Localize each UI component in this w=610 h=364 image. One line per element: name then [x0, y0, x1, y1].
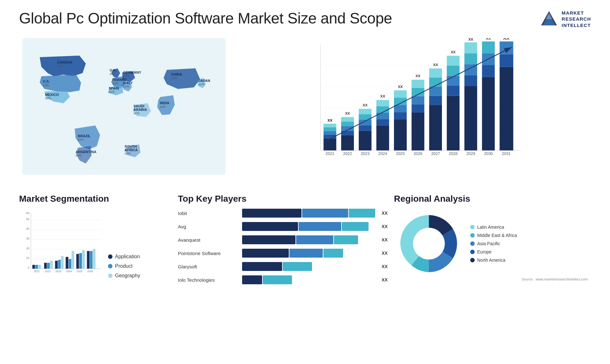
svg-text:xx%: xx%: [125, 152, 131, 155]
growth-chart-svg: 2021 XX 2022 XX 2023: [245, 38, 585, 175]
player-row: Avg XX: [178, 222, 388, 231]
svg-text:xx%: xx%: [76, 154, 82, 157]
player-row: Glarysoft XX: [178, 262, 388, 271]
player-name: Iolo Technologies: [178, 277, 238, 283]
seg-legend: Application Product Geography: [108, 254, 140, 279]
svg-rect-79: [411, 96, 424, 104]
bar-seg-2: [283, 262, 312, 271]
svg-text:ARGENTINA: ARGENTINA: [76, 150, 96, 154]
regional-legend: Latin America Middle East & Africa Asia …: [470, 225, 517, 263]
svg-text:xx%: xx%: [133, 111, 139, 115]
asia-pacific-dot: [470, 241, 475, 246]
donut-svg: [394, 209, 464, 279]
map-section: CANADA xx% U.S. xx% MEXICO xx% BRAZIL xx…: [19, 35, 235, 187]
svg-text:2028: 2028: [449, 152, 458, 156]
svg-text:XX: XX: [328, 118, 333, 122]
svg-text:BRAZIL: BRAZIL: [78, 134, 91, 138]
donut-chart: [394, 209, 464, 279]
europe-dot: [470, 250, 475, 254]
svg-rect-146: [69, 259, 71, 269]
svg-text:2023: 2023: [361, 152, 369, 156]
source-text: Source : www.marketresearchintellect.com: [522, 277, 588, 281]
svg-rect-46: [323, 124, 336, 127]
svg-rect-52: [341, 122, 354, 126]
svg-text:XX: XX: [398, 85, 403, 89]
svg-text:30: 30: [26, 237, 29, 240]
svg-text:XX: XX: [345, 111, 350, 115]
svg-rect-147: [71, 251, 74, 269]
svg-rect-50: [341, 131, 354, 135]
svg-text:XX: XX: [486, 38, 491, 40]
svg-rect-133: [32, 265, 35, 269]
svg-rect-95: [447, 56, 459, 66]
player-bar: [242, 275, 375, 284]
player-name: Glarysoft: [178, 264, 238, 269]
svg-text:xx%: xx%: [110, 72, 116, 76]
svg-rect-141: [55, 261, 58, 269]
svg-text:2025: 2025: [396, 152, 405, 156]
svg-rect-138: [47, 263, 50, 269]
svg-rect-154: [90, 251, 92, 269]
svg-rect-74: [394, 90, 407, 98]
svg-rect-67: [376, 100, 389, 106]
logo-area: MARKET RESEARCH INTELLECT: [539, 10, 591, 29]
legend-asia-pacific: Asia Pacific: [470, 241, 517, 246]
svg-text:2024: 2024: [378, 152, 387, 156]
player-name: Avg: [178, 224, 238, 229]
geography-label: Geography: [115, 273, 140, 279]
application-label: Application: [115, 254, 140, 260]
seg-chart-container: 0 10 20 30 40 50 60: [19, 209, 172, 279]
svg-rect-71: [394, 112, 407, 119]
bottom-grid: Market Segmentation 0 10 20 30 40 50 60: [19, 191, 591, 284]
svg-rect-143: [61, 256, 64, 269]
svg-text:2024: 2024: [66, 270, 72, 273]
bar-seg-1: [242, 235, 295, 244]
svg-rect-56: [359, 131, 371, 150]
svg-text:xx%: xx%: [45, 97, 51, 100]
svg-text:50: 50: [26, 218, 29, 221]
middle-east-dot: [470, 233, 475, 238]
svg-rect-53: [341, 117, 354, 121]
svg-text:20: 20: [26, 247, 29, 250]
svg-text:MEXICO: MEXICO: [45, 93, 59, 97]
svg-rect-88: [429, 69, 442, 78]
svg-rect-155: [93, 249, 95, 269]
player-name: Pointstone Software: [178, 251, 238, 256]
segmentation-chart: 0 10 20 30 40 50 60: [19, 209, 102, 279]
legend-middle-east: Middle East & Africa: [470, 233, 517, 238]
segmentation-section: Market Segmentation 0 10 20 30 40 50 60: [19, 194, 172, 284]
svg-text:INDIA: INDIA: [160, 101, 169, 105]
svg-rect-77: [411, 112, 424, 150]
latin-america-label: Latin America: [477, 225, 504, 230]
svg-text:xx%: xx%: [112, 82, 118, 85]
player-bar: [242, 222, 375, 231]
player-value: XX: [382, 251, 388, 256]
svg-rect-63: [376, 125, 389, 150]
svg-rect-65: [376, 113, 389, 119]
chart-section: 2021 XX 2022 XX 2023: [238, 35, 591, 187]
svg-rect-85: [429, 96, 442, 105]
player-bar: [242, 235, 375, 244]
player-bar: [242, 262, 375, 271]
svg-rect-45: [323, 127, 336, 131]
svg-text:U.K.: U.K.: [110, 68, 117, 72]
svg-text:ITALY: ITALY: [123, 81, 133, 85]
application-dot: [108, 254, 112, 259]
players-list: Iobit XX Avg: [178, 209, 388, 284]
svg-rect-137: [44, 263, 47, 269]
content-grid: CANADA xx% U.S. xx% MEXICO xx% BRAZIL xx…: [19, 35, 591, 284]
legend-application: Application: [108, 254, 140, 260]
svg-rect-134: [35, 265, 38, 269]
svg-text:xx%: xx%: [123, 85, 129, 88]
svg-text:xx%: xx%: [109, 90, 115, 94]
svg-text:xx%: xx%: [171, 77, 177, 80]
latin-america-dot: [470, 225, 475, 229]
player-value: XX: [382, 211, 388, 216]
svg-text:XX: XX: [468, 38, 473, 41]
bar-seg-1: [242, 249, 289, 258]
player-name: Avanquest: [178, 237, 238, 243]
svg-text:AFRICA: AFRICA: [125, 148, 138, 152]
svg-rect-93: [447, 76, 459, 86]
svg-text:2027: 2027: [431, 152, 440, 156]
svg-text:2026: 2026: [414, 152, 423, 156]
